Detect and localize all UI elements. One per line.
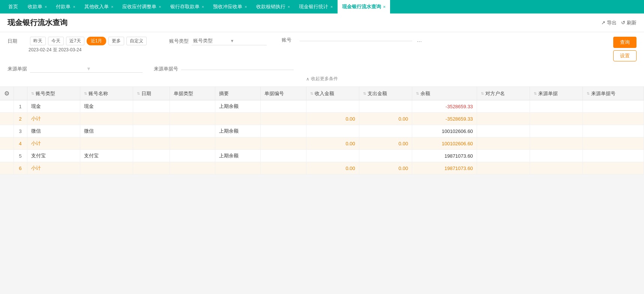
table-row[interactable]: 4 小计 0.00 0.00 100102606.60 bbox=[0, 137, 644, 150]
data-table-container: ⚙ ⇅ 账号类型 ⇅ 账号名称 ⇅ bbox=[0, 87, 644, 175]
table-row[interactable]: 2 小计 0.00 0.00 -3528659.33 bbox=[0, 113, 644, 125]
close-icon[interactable]: × bbox=[383, 4, 386, 9]
nav-tab-other-income[interactable]: 其他收入单 × bbox=[80, 0, 118, 13]
sort-icon: ⇅ bbox=[416, 91, 419, 96]
page-header: 现金银行流水查询 ↗ 导出 ↺ 刷新 bbox=[0, 13, 644, 32]
date-btn-yesterday[interactable]: 昨天 bbox=[30, 37, 46, 45]
row-source-doc-no bbox=[583, 150, 644, 162]
nav-tab-cash-stats[interactable]: 现金银行统计 × bbox=[294, 0, 337, 13]
row-account-name: 微信 bbox=[80, 125, 133, 137]
col-account-type[interactable]: ⇅ 账号类型 bbox=[27, 87, 80, 100]
date-btn-1month[interactable]: 近1月 bbox=[87, 37, 107, 45]
row-account-type: 现金 bbox=[27, 100, 80, 113]
row-account-type: 微信 bbox=[27, 125, 80, 137]
date-label: 日期 bbox=[8, 38, 23, 45]
date-btn-custom[interactable]: 自定义 bbox=[126, 37, 147, 45]
col-date[interactable]: ⇅ 日期 bbox=[133, 87, 170, 100]
row-account-type: 小计 bbox=[27, 162, 80, 175]
nav-tab-payments[interactable]: 付款单 × bbox=[51, 0, 80, 13]
close-icon[interactable]: × bbox=[159, 4, 161, 9]
export-button[interactable]: ↗ 导出 bbox=[601, 19, 617, 26]
row-doc-no bbox=[261, 125, 306, 137]
header-actions: ↗ 导出 ↺ 刷新 bbox=[601, 19, 636, 26]
nav-home[interactable]: 首页 bbox=[3, 0, 23, 13]
row-account-name bbox=[80, 113, 133, 125]
row-account-name bbox=[80, 162, 133, 175]
nav-tab-bank-withdraw[interactable]: 银行存取款单 × bbox=[166, 0, 209, 13]
row-counterparty bbox=[477, 162, 530, 175]
row-summary bbox=[215, 137, 261, 150]
source-doc-no-input[interactable] bbox=[181, 68, 294, 70]
sort-icon: ⇅ bbox=[84, 91, 87, 96]
chevron-down-icon: ▼ bbox=[230, 39, 265, 43]
col-source-doc[interactable]: ⇅ 来源单据 bbox=[530, 87, 583, 100]
row-index: 2 bbox=[14, 113, 27, 125]
nav-tab-adjustment[interactable]: 应收应付调整单 × bbox=[118, 0, 165, 13]
row-doc-no bbox=[261, 162, 306, 175]
collapse-filter-button[interactable]: ∧ 收起更多条件 bbox=[8, 74, 636, 83]
col-counterparty[interactable]: ⇅ 对方户名 bbox=[477, 87, 530, 100]
query-button[interactable]: 查询 bbox=[613, 37, 636, 48]
col-settings[interactable]: ⚙ bbox=[0, 87, 14, 100]
nav-tab-prepay[interactable]: 预收冲应收单 × bbox=[209, 0, 251, 13]
sort-icon: ⇅ bbox=[310, 91, 313, 96]
nav-tab-receipts[interactable]: 收款单 × bbox=[23, 0, 51, 13]
row-summary bbox=[215, 162, 261, 175]
row-source-doc bbox=[530, 162, 583, 175]
row-account-type: 小计 bbox=[27, 137, 80, 150]
table-row[interactable]: 3 微信 微信 上期余额 100102606.60 bbox=[0, 125, 644, 137]
date-btn-7days[interactable]: 近7天 bbox=[66, 37, 84, 45]
row-balance: 100102606.60 bbox=[412, 125, 477, 137]
chevron-down-icon: ▼ bbox=[86, 66, 141, 72]
row-expense bbox=[359, 150, 412, 162]
collapse-icon: ∧ bbox=[306, 76, 309, 82]
close-icon[interactable]: × bbox=[288, 4, 290, 9]
col-account-name[interactable]: ⇅ 账号名称 bbox=[80, 87, 133, 100]
sort-icon: ⇅ bbox=[31, 91, 34, 96]
row-date bbox=[133, 162, 170, 175]
row-source-doc-no bbox=[583, 100, 644, 113]
table-row[interactable]: 1 现金 现金 上期余额 -3528659.33 bbox=[0, 100, 644, 113]
row-income: 0.00 bbox=[306, 137, 359, 150]
top-navigation: 首页 收款单 × 付款单 × 其他收入单 × 应收应付调整单 × 银行存取款单 … bbox=[0, 0, 644, 13]
close-icon[interactable]: × bbox=[73, 4, 75, 9]
col-expense[interactable]: ⇅ 支出金额 bbox=[359, 87, 412, 100]
row-income: 0.00 bbox=[306, 162, 359, 175]
close-icon[interactable]: × bbox=[330, 4, 333, 9]
table-row[interactable]: 6 小计 0.00 0.00 19871073.60 bbox=[0, 162, 644, 175]
account-type-select[interactable]: 账号类型 ▼ bbox=[192, 37, 267, 45]
row-account-name: 现金 bbox=[80, 100, 133, 113]
row-index: 1 bbox=[14, 100, 27, 113]
row-source-doc bbox=[530, 137, 583, 150]
account-input[interactable] bbox=[300, 39, 412, 41]
nav-tab-cash-flow[interactable]: 现金银行流水查询 × bbox=[338, 0, 390, 13]
settings-button[interactable]: 设置 bbox=[613, 50, 636, 61]
nav-tab-receipt-verify[interactable]: 收款核销执行 × bbox=[252, 0, 294, 13]
col-source-doc-no[interactable]: ⇅ 来源单据号 bbox=[583, 87, 644, 100]
close-icon[interactable]: × bbox=[245, 4, 247, 9]
row-date bbox=[133, 137, 170, 150]
date-range-text: 2023-02-24 至 2023-03-24 bbox=[29, 47, 81, 52]
row-source-doc bbox=[530, 150, 583, 162]
date-btn-today[interactable]: 今天 bbox=[48, 37, 64, 45]
row-settings-cell bbox=[0, 162, 14, 175]
close-icon[interactable]: × bbox=[45, 4, 47, 9]
more-options-button[interactable]: ... bbox=[415, 37, 423, 43]
col-balance[interactable]: ⇅ 余额 bbox=[412, 87, 477, 100]
table-row[interactable]: 5 支付宝 支付宝 上期余额 19871073.60 bbox=[0, 150, 644, 162]
row-expense: 0.00 bbox=[359, 137, 412, 150]
sort-icon: ⇅ bbox=[481, 91, 484, 96]
close-icon[interactable]: × bbox=[202, 4, 204, 9]
row-income: 0.00 bbox=[306, 113, 359, 125]
row-doc-type bbox=[170, 113, 215, 125]
source-doc-select[interactable]: ▼ bbox=[30, 65, 143, 73]
close-icon[interactable]: × bbox=[111, 4, 113, 9]
refresh-button[interactable]: ↺ 刷新 bbox=[621, 19, 636, 26]
row-doc-no bbox=[261, 137, 306, 150]
row-account-type: 支付宝 bbox=[27, 150, 80, 162]
row-source-doc-no bbox=[583, 125, 644, 137]
col-income[interactable]: ⇅ 收入金额 bbox=[306, 87, 359, 100]
row-index: 4 bbox=[14, 137, 27, 150]
settings-icon[interactable]: ⚙ bbox=[4, 90, 9, 97]
date-btn-more[interactable]: 更多 bbox=[108, 37, 124, 45]
